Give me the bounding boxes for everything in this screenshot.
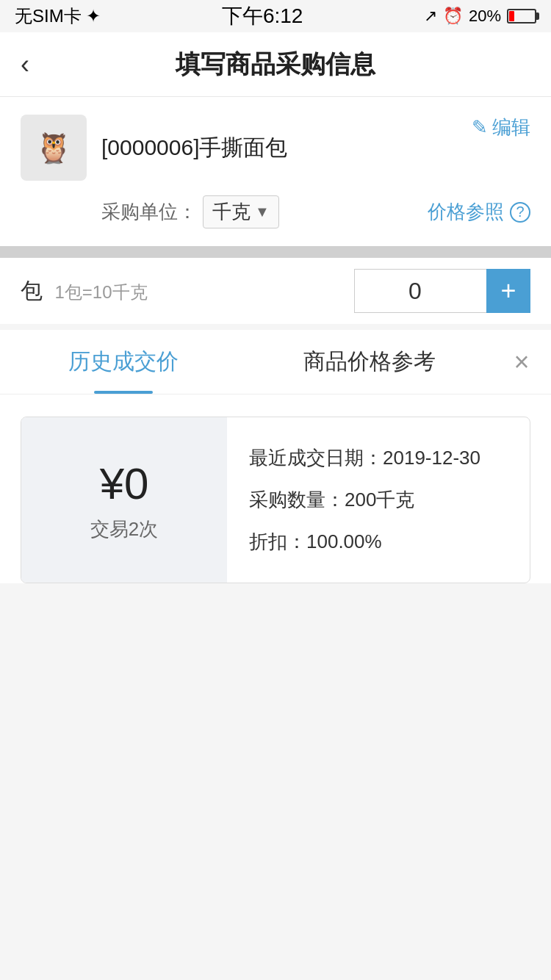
quantity-unit-label: 包 — [21, 278, 43, 303]
unit-value: 千克 — [212, 199, 251, 225]
status-time: 下午6:12 — [222, 2, 303, 30]
product-name: [0000006]手撕面包 — [101, 133, 287, 163]
nav-bar: ‹ 填写商品采购信息 — [0, 32, 551, 97]
recent-date-row: 最近成交日期：2019-12-30 — [249, 444, 508, 472]
unit-label: 采购单位： — [101, 199, 197, 225]
quantity-input-group: + — [354, 269, 530, 313]
price-ref-button[interactable]: 价格参照 ? — [428, 199, 530, 225]
discount-row: 折扣：100.00% — [249, 527, 508, 556]
discount-label: 折扣： — [249, 530, 306, 552]
tab-close-button[interactable]: × — [492, 347, 551, 378]
carrier-text: 无SIM卡 ✦ — [15, 4, 101, 28]
battery-percent: 20% — [469, 7, 501, 26]
price-card-left: ¥0 交易2次 — [21, 417, 227, 583]
price-card: ¥0 交易2次 最近成交日期：2019-12-30 采购数量：200千克 折扣：… — [21, 417, 530, 583]
product-header: 🦉 [0000006]手撕面包 ✎ 编辑 — [21, 115, 530, 181]
price-ref-info-icon: ? — [510, 202, 530, 223]
alarm-icon: ⏰ — [443, 7, 463, 26]
discount-value: 100.00% — [306, 530, 382, 552]
product-left: 🦉 [0000006]手撕面包 — [21, 115, 287, 181]
price-value: ¥0 — [100, 458, 149, 509]
quantity-plus-button[interactable]: + — [486, 269, 530, 313]
bottom-space — [0, 605, 551, 980]
tab-section: 历史成交价 商品价格参考 × ¥0 交易2次 最近成交日期：2019-12-30… — [0, 330, 551, 583]
price-ref-label: 价格参照 — [428, 199, 504, 225]
recent-date-label: 最近成交日期： — [249, 447, 383, 469]
product-image: 🦉 — [21, 115, 87, 181]
quantity-input[interactable] — [354, 269, 486, 313]
unit-selector-group: 采购单位： 千克 ▼ — [101, 195, 279, 228]
currency-symbol: ¥ — [100, 459, 124, 508]
quantity-unit-convert: 1包=10千克 — [54, 282, 147, 302]
price-card-right: 最近成交日期：2019-12-30 采购数量：200千克 折扣：100.00% — [227, 417, 530, 583]
page-title: 填写商品采购信息 — [176, 48, 375, 82]
edit-label: 编辑 — [492, 115, 530, 140]
recent-date-value: 2019-12-30 — [383, 447, 480, 469]
back-button[interactable]: ‹ — [21, 49, 29, 80]
status-bar: 无SIM卡 ✦ 下午6:12 ↗ ⏰ 20% — [0, 0, 551, 32]
quantity-unit-group: 包 1包=10千克 — [21, 276, 148, 306]
battery-icon — [507, 9, 536, 24]
quantity-detail-label: 采购数量： — [249, 489, 345, 511]
tab-active-underline — [94, 391, 153, 394]
quantity-row: 包 1包=10千克 + — [0, 258, 551, 324]
tab-history-price[interactable]: 历史成交价 — [0, 330, 246, 394]
section-divider — [0, 246, 551, 258]
tab-product-price-ref[interactable]: 商品价格参考 — [246, 330, 492, 394]
unit-select-dropdown[interactable]: 千克 ▼ — [203, 195, 279, 228]
price-trades: 交易2次 — [90, 516, 158, 542]
product-card: 🦉 [0000006]手撕面包 ✎ 编辑 采购单位： 千克 ▼ 价格参照 ? — [0, 97, 551, 246]
edit-button[interactable]: ✎ 编辑 — [472, 115, 530, 140]
product-unit-row: 采购单位： 千克 ▼ 价格参照 ? — [21, 195, 530, 228]
location-icon: ↗ — [424, 7, 437, 26]
edit-icon: ✎ — [472, 116, 488, 139]
tab-bar: 历史成交价 商品价格参考 × — [0, 330, 551, 394]
quantity-row-detail: 采购数量：200千克 — [249, 486, 508, 514]
status-left: 无SIM卡 ✦ — [15, 4, 101, 28]
quantity-detail-value: 200千克 — [345, 489, 414, 511]
product-thumbnail: 🦉 — [35, 131, 72, 165]
tab-product-price-ref-label: 商品价格参考 — [303, 347, 436, 377]
price-number: 0 — [124, 459, 148, 508]
status-right: ↗ ⏰ 20% — [424, 7, 536, 26]
dropdown-arrow-icon: ▼ — [255, 203, 270, 220]
tab-history-price-label: 历史成交价 — [68, 347, 179, 377]
